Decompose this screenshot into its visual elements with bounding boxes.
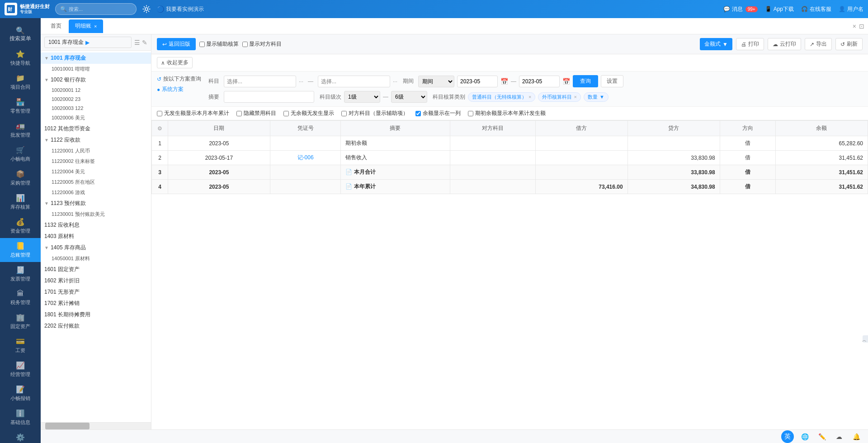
sidebar-item-payroll[interactable]: 💳 工资 (0, 333, 41, 357)
tree-item-14050001[interactable]: 14050001 原材料 (41, 253, 151, 264)
tree-item-10010001[interactable]: 10010001 咁咁咁 (41, 64, 151, 74)
tag-close-icon2[interactable]: × (574, 94, 576, 100)
tree-item-10020002[interactable]: 10020002 23 (41, 95, 151, 104)
sidebar-item-tax[interactable]: 🏛 税务管理 (0, 286, 41, 310)
checkbox-opening-balance-input[interactable] (468, 111, 473, 116)
account-selector[interactable]: 1001 库存现金 ▶ (44, 37, 132, 48)
sidebar-item-invoice[interactable]: 🧾 发票管理 (0, 262, 41, 286)
tree-item-11220005[interactable]: 11220005 所在地区 (41, 177, 151, 187)
tree-item-11220004[interactable]: 11220004 美元 (41, 167, 151, 177)
checkbox-opp-subject-input[interactable] (341, 111, 347, 116)
show-opp-checkbox[interactable]: 显示对方科目 (242, 40, 282, 48)
checkbox-balance-one-col-input[interactable] (415, 111, 421, 116)
checkbox-opp-subject[interactable]: 对方科目（显示辅助项） (341, 110, 408, 117)
tree-item-1801[interactable]: 1801 长期待摊费用 (41, 309, 151, 320)
to-level-select[interactable]: 6级 (391, 91, 427, 103)
settings-icon[interactable] (140, 3, 153, 15)
tree-item-1701[interactable]: 1701 无形资产 (41, 286, 151, 298)
checkbox-no-balance[interactable]: 无余额无发生显示 (283, 110, 334, 117)
currency-mode-btn[interactable]: 金额式 ▼ (700, 38, 732, 50)
user-avatar[interactable]: 👤 用户名 (839, 5, 863, 13)
sidebar-item-quick-nav[interactable]: ⭐ 快捷导航 (0, 46, 41, 70)
sidebar-item-report[interactable]: 📝 小畅报销 (0, 381, 41, 405)
lang-btn[interactable]: 英 (781, 430, 794, 443)
checkbox-balance-one-col[interactable]: 余额显示在一列 (415, 110, 461, 117)
tree-item-1132[interactable]: 1132 应收利息 (41, 219, 151, 231)
tree-item-1602[interactable]: 1602 累计折旧 (41, 275, 151, 286)
bell-btn[interactable]: 🔔 (850, 430, 863, 443)
show-aux-checkbox[interactable]: 显示辅助核算 (199, 40, 239, 48)
subject-input2[interactable] (318, 76, 390, 87)
period-to-input[interactable] (519, 76, 560, 87)
right-expand-btn[interactable]: 〈 (863, 335, 868, 343)
tree-item-1122[interactable]: ▼ 1122 应收款 (41, 134, 151, 146)
tree-item-11220002[interactable]: 11220002 往来标签 (41, 156, 151, 167)
sidebar-item-inventory[interactable]: 📊 库存核算 (0, 190, 41, 214)
tree-item-1001[interactable]: ▼ 1001 库存现金 (41, 52, 151, 64)
tree-item-1403[interactable]: 1403 原材料 (41, 231, 151, 242)
cloud-btn[interactable]: ☁ (833, 430, 845, 443)
tab-close-all-icon[interactable]: × (853, 23, 856, 30)
foreign-tag[interactable]: 外币核算科目 × (538, 92, 580, 102)
sidebar-item-ecommerce[interactable]: 🛒 小畅电商 (0, 142, 41, 166)
sidebar-item-project[interactable]: 📁 项目合同 (0, 70, 41, 94)
tab-close-icon[interactable]: × (94, 24, 97, 29)
checkbox-hide-disabled[interactable]: 隐藏禁用科目 (236, 110, 276, 117)
show-aux-input[interactable] (199, 42, 205, 47)
tree-edit-icon[interactable]: ✎ (142, 39, 147, 46)
tree-item-1601[interactable]: 1601 固定资产 (41, 264, 151, 275)
calendar-icon[interactable]: 📅 (500, 78, 508, 85)
period-type-select[interactable]: 期间 (418, 76, 454, 87)
col-settings-icon[interactable]: ⚙ (157, 125, 162, 132)
sidebar-item-capital[interactable]: 💰 资金管理 (0, 214, 41, 238)
sidebar-item-general-ledger[interactable]: 📒 总账管理 (0, 238, 41, 262)
sidebar-item-system-mgmt[interactable]: ⚙️ 系统管理 (0, 429, 41, 443)
from-level-select[interactable]: 1级 (344, 91, 380, 103)
cloud-print-btn[interactable]: ☁ 云打印 (768, 38, 801, 50)
edit-btn[interactable]: ✏️ (816, 430, 828, 443)
period-from-input[interactable] (457, 76, 498, 87)
demo-link[interactable]: 🔵 我要看实例演示 (156, 5, 204, 13)
message-btn[interactable]: 💬 消息 99+ (723, 5, 758, 13)
query-btn[interactable]: 查询 (573, 75, 598, 87)
tree-item-10020001[interactable]: 10020001 12 (41, 86, 151, 95)
tree-item-1405[interactable]: ▼ 1405 库存商品 (41, 242, 151, 253)
tree-item-11220001[interactable]: 11220001 人民币 (41, 146, 151, 156)
checkbox-hide-disabled-input[interactable] (236, 111, 242, 116)
tree-item-10020006[interactable]: 10020006 美元 (41, 113, 151, 123)
quantity-tag[interactable]: 数量 ▼ (584, 92, 609, 102)
tree-item-1123[interactable]: ▼ 1123 预付账款 (41, 198, 151, 209)
tree-scrollbar[interactable] (41, 422, 151, 429)
tree-item-2202[interactable]: 2202 应付账款 (41, 320, 151, 332)
export-btn[interactable]: ↗ 导出 (805, 38, 832, 50)
checkbox-no-amount[interactable]: 无发生额显示本月本年累计 (157, 110, 229, 117)
tab-home[interactable]: 首页 (44, 19, 68, 33)
top-search-box[interactable]: 🔍 搜索... (55, 3, 137, 15)
globe-btn[interactable]: 🌐 (798, 430, 811, 443)
sidebar-item-operations[interactable]: 📈 经营管理 (0, 357, 41, 381)
print-btn[interactable]: 🖨 打印 (736, 38, 764, 50)
tab-detail[interactable]: 明细账 × (69, 19, 103, 33)
tree-list-icon[interactable]: ☰ (134, 39, 140, 46)
checkbox-no-amount-input[interactable] (157, 111, 162, 116)
sidebar-item-purchase[interactable]: 📦 采购管理 (0, 166, 41, 190)
checkbox-no-balance-input[interactable] (283, 111, 289, 116)
summary-input[interactable] (224, 91, 314, 103)
tag-close-icon[interactable]: × (528, 94, 531, 100)
checkbox-opening-balance[interactable]: 期初余额显示本年累计发生额 (468, 110, 546, 117)
calendar-icon2[interactable]: 📅 (562, 78, 570, 85)
return-old-btn[interactable]: ↩ 返回旧版 (157, 38, 196, 50)
tree-item-1002[interactable]: ▼ 1002 银行存款 (41, 74, 151, 86)
system-scheme-btn[interactable]: ● 系统方案 (157, 86, 201, 93)
tree-item-11230001[interactable]: 11230001 预付账款美元 (41, 209, 151, 219)
sidebar-item-wholesale[interactable]: 🚛 批发管理 (0, 118, 41, 142)
tree-item-11220006[interactable]: 11220006 游戏 (41, 187, 151, 198)
voucher-link[interactable]: 记-006 (297, 154, 314, 161)
online-service-btn[interactable]: 🎧 在线客服 (801, 5, 831, 13)
tree-item-1012[interactable]: 1012 其他货币资金 (41, 123, 151, 134)
sidebar-item-basic-info[interactable]: ℹ️ 基础信息 (0, 405, 41, 429)
subject-input[interactable] (224, 76, 296, 87)
tab-expand-icon[interactable]: ⊡ (859, 23, 864, 30)
show-opp-input[interactable] (242, 42, 248, 47)
collapse-filter-btn[interactable]: ∧ 收起更多 (157, 57, 193, 68)
